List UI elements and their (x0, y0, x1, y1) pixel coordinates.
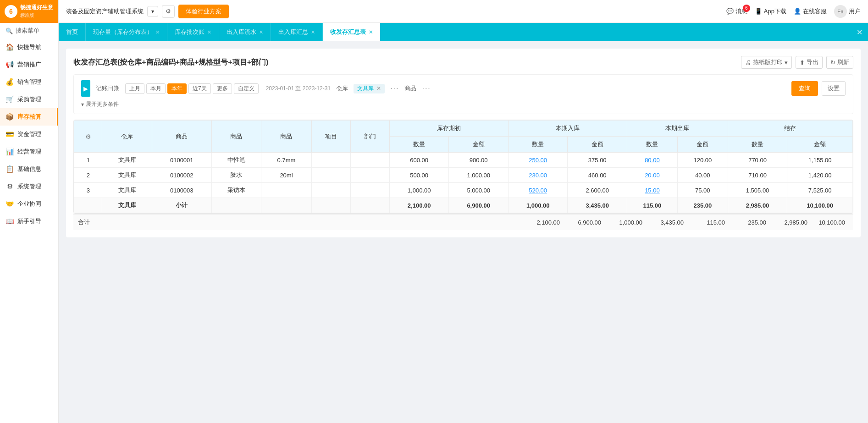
print-button[interactable]: 🖨 拣纸版打印 ▾ (741, 56, 792, 69)
total-blank5 (436, 219, 477, 226)
row-in-amt: 375.00 (568, 153, 627, 168)
row-out-amt: 40.00 (677, 168, 728, 183)
row-opening-amt: 6,900.00 (449, 198, 509, 213)
tab-recv-summary[interactable]: 收发存汇总表 ✕ (323, 23, 380, 41)
export-icon: ⬆ (800, 59, 805, 66)
sidebar-item-guide[interactable]: 📖 新手引导 (0, 213, 58, 230)
warehouse-tag[interactable]: 文具库 ✕ (354, 84, 385, 93)
row-out-amt: 120.00 (677, 153, 728, 168)
total-balance-qty: 2,985.00 (766, 219, 807, 226)
sidebar-item-marketing[interactable]: 📢 营销推广 (0, 56, 58, 73)
filter-settings-button[interactable]: 设置 (822, 81, 846, 96)
message-action[interactable]: 💬 消息 6 (726, 7, 747, 16)
finance-icon: 💳 (6, 130, 14, 138)
system-name: 装备及固定资产辅助管理系统 (66, 7, 144, 16)
tab-flow[interactable]: 出入库流水 ✕ (219, 23, 271, 41)
row-out-amt: 235.00 (677, 198, 728, 213)
system-select[interactable]: 装备及固定资产辅助管理系统 ▾ (147, 6, 158, 17)
row-project (311, 168, 350, 183)
row-in-qty[interactable]: 520.00 (508, 183, 568, 198)
tab-close-summary[interactable]: ✕ (311, 29, 315, 35)
total-out-qty: 115.00 (684, 219, 725, 226)
row-name: 采访本 (211, 183, 261, 198)
sidebar-item-sales[interactable]: 💰 销售管理 (0, 73, 58, 91)
trial-button[interactable]: 体验行业方案 (178, 5, 229, 18)
tab-batch[interactable]: 库存批次账 ✕ (167, 23, 219, 41)
basic-icon: 📋 (6, 165, 14, 173)
sidebar-item-basic[interactable]: 📋 基础信息 (0, 160, 58, 178)
tab-close-inventory-dist[interactable]: ✕ (155, 29, 160, 35)
sidebar-item-system[interactable]: ⚙ 系统管理 (0, 178, 58, 195)
app-download-action[interactable]: 📱 App下载 (755, 7, 786, 16)
balance-amt-header: 金额 (787, 137, 853, 153)
col-dept-header: 部门 (350, 121, 389, 153)
row-balance-amt: 1,155.00 (787, 153, 853, 168)
marketing-icon: 📢 (6, 60, 14, 69)
expand-more-btn[interactable]: ▾ 展开更多条件 (81, 100, 846, 108)
date-btn-more[interactable]: 更多 (213, 83, 232, 94)
operations-icon: 📊 (6, 148, 14, 156)
tab-inventory-dist[interactable]: 现存量（库存分布表） ✕ (86, 23, 167, 41)
sidebar-item-inventory[interactable]: 📦 库存核算 (0, 108, 58, 126)
col-settings-icon[interactable]: ⚙ (85, 133, 91, 140)
tab-home[interactable]: 首页 (59, 23, 86, 41)
col-settings-header[interactable]: ⚙ (74, 121, 102, 153)
row-in-qty[interactable]: 250.00 (508, 153, 568, 168)
filter-dots-1[interactable]: ··· (390, 84, 399, 93)
print-icon: 🖨 (745, 59, 751, 66)
gear-button[interactable]: ⚙ (162, 5, 175, 18)
total-blank6 (477, 219, 519, 226)
date-btn-7days[interactable]: 近7天 (188, 83, 211, 94)
row-out-qty: 115.00 (627, 198, 677, 213)
online-service-action[interactable]: 👤 在线客服 (794, 7, 827, 16)
refresh-button[interactable]: ↻ 刷新 (826, 56, 853, 69)
warehouse-tag-close[interactable]: ✕ (376, 85, 381, 92)
sidebar-item-quicknav[interactable]: 🏠 快捷导航 (0, 38, 58, 56)
row-out-qty[interactable]: 15.00 (627, 183, 677, 198)
row-department (350, 168, 389, 183)
sidebar-item-purchase[interactable]: 🛒 采购管理 (0, 91, 58, 108)
service-icon: 👤 (794, 8, 801, 15)
date-range: 2023-01-01 至 2023-12-31 (266, 85, 331, 93)
row-in-qty[interactable]: 230.00 (508, 168, 568, 183)
query-button[interactable]: 查询 (791, 81, 818, 96)
col-opening-header: 库存期初 (389, 121, 508, 137)
filter-dots-2[interactable]: ··· (422, 84, 431, 93)
date-btn-last-month[interactable]: 上月 (125, 83, 144, 94)
total-opening-qty: 2,100.00 (519, 219, 560, 226)
row-warehouse: 文具库 (102, 168, 152, 183)
date-btn-this-month[interactable]: 本月 (146, 83, 166, 94)
row-code: 0100003 (152, 183, 212, 198)
phone-icon: 📱 (755, 8, 762, 15)
row-out-qty[interactable]: 20.00 (627, 168, 677, 183)
sidebar-item-operations[interactable]: 📊 经营管理 (0, 143, 58, 160)
user-action[interactable]: Ea 用户 (834, 5, 861, 18)
row-out-qty[interactable]: 80.00 (627, 153, 677, 168)
col-warehouse-header: 仓库 (102, 121, 152, 153)
export-button[interactable]: ⬆ 导出 (796, 56, 823, 69)
date-buttons: 上月 本月 本年 近7天 更多 自定义 (125, 83, 259, 94)
search-icon: 🔍 (6, 27, 13, 34)
tab-close-flow[interactable]: ✕ (259, 29, 263, 35)
row-spec (261, 183, 312, 198)
date-btn-this-year[interactable]: 本年 (167, 83, 187, 94)
row-index: 3 (74, 183, 102, 198)
row-balance-qty: 710.00 (728, 168, 787, 183)
row-opening-qty: 1,000.00 (389, 183, 449, 198)
row-warehouse: 文具库 (102, 198, 152, 213)
tab-close-recv-summary[interactable]: ✕ (369, 29, 373, 35)
row-in-amt: 460.00 (568, 168, 627, 183)
date-btn-custom[interactable]: 自定义 (234, 83, 259, 94)
close-all-tabs[interactable]: ✕ (851, 28, 868, 37)
sidebar-item-finance[interactable]: 💳 资金管理 (0, 126, 58, 143)
row-name: 胶水 (211, 168, 261, 183)
total-bar: 合计 2,100.00 6,900.00 1,000.00 3,435.00 1… (73, 214, 853, 230)
tab-summary[interactable]: 出入库汇总 ✕ (271, 23, 323, 41)
total-blank4 (395, 219, 436, 226)
tab-close-batch[interactable]: ✕ (207, 29, 211, 35)
row-warehouse: 文具库 (102, 183, 152, 198)
sidebar-search[interactable]: 🔍 搜索菜单 (0, 23, 58, 38)
filter-expand-arrow[interactable]: ▶ (81, 80, 90, 97)
row-code: 小计 (152, 198, 212, 213)
sidebar-item-collab[interactable]: 🤝 企业协同 (0, 195, 58, 213)
